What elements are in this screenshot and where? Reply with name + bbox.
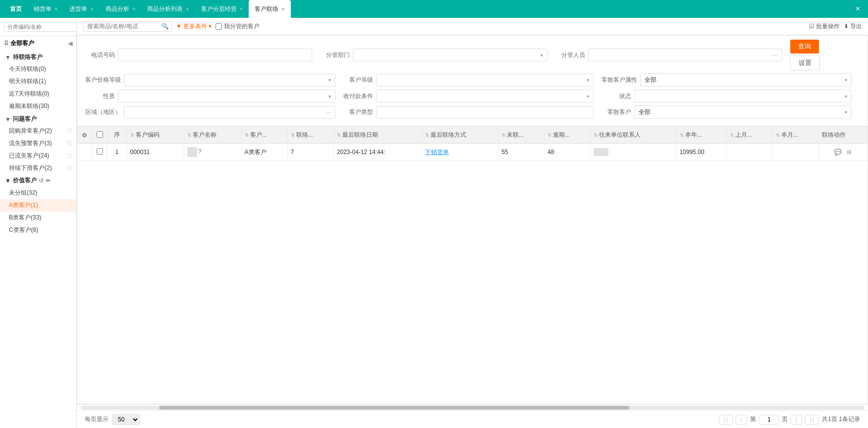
region-dots[interactable]: ··· (326, 109, 331, 116)
col-level[interactable]: ⇅客户... (241, 127, 287, 144)
page-label-2: 页 (782, 415, 788, 424)
next-page-button[interactable]: ⟩ (791, 415, 802, 425)
prev-page-button[interactable]: ⟨ (736, 415, 747, 425)
sidebar-item-b-class[interactable]: B类客户(33) (0, 212, 76, 224)
dept-select[interactable]: ▾ (353, 49, 547, 61)
sidebar-item-today[interactable]: 今天待联络(0) (0, 63, 76, 75)
sidebar-item-a-class[interactable]: A类客户(1) (0, 199, 76, 212)
col-name[interactable]: ⇅客户名称 (184, 127, 242, 144)
sidebar-search-input[interactable] (4, 22, 77, 32)
dept-label: 分管部门 (320, 51, 350, 59)
col-code[interactable]: ⇅客户编码 (127, 127, 184, 144)
refresh-icon[interactable]: ↺ (39, 177, 44, 184)
col-last-method[interactable]: ⇅最后联络方式 (422, 127, 498, 144)
nav-goods-analysis-label: 商品分析 (106, 5, 129, 13)
nav-customer-tier[interactable]: 客户分层经营 × (195, 0, 249, 18)
main-search-icon[interactable]: 🔍 (162, 23, 169, 30)
nav-close-all-button[interactable]: × (852, 4, 864, 13)
price-level-select[interactable]: ▾ (124, 74, 335, 87)
query-button[interactable]: 查询 (790, 40, 819, 54)
phone-input[interactable] (118, 49, 312, 61)
chat-action-icon[interactable]: 💬 (834, 149, 842, 156)
first-page-button[interactable]: ⟨⟨ (719, 415, 733, 425)
page-number-input[interactable] (759, 415, 779, 425)
nav-customer-tier-label: 客户分层经营 (201, 5, 237, 13)
nav-goods-analysis[interactable]: 商品分析 × (100, 0, 141, 18)
nature-select[interactable]: ▾ (118, 90, 335, 103)
select-all-checkbox[interactable] (97, 131, 103, 138)
main-search-input[interactable] (87, 23, 162, 30)
sidebar-group-value[interactable]: ▼ 价值客户 ↺ ✏ (0, 174, 76, 187)
row-this-year: 10995.00 (676, 144, 726, 161)
manager-input[interactable]: ··· (588, 49, 782, 61)
nav-customer-tier-close[interactable]: × (240, 6, 243, 12)
sidebar-item-ungrouped[interactable]: 未分组(32) (0, 187, 76, 199)
nav-customer-contact[interactable]: 客户联络 × (249, 0, 290, 18)
sidebar-item-7days[interactable]: 近7天待联络(0) (0, 88, 76, 100)
col-contact-person[interactable]: ⇅往来单位联系人 (591, 127, 676, 144)
nav-sales[interactable]: 销货单 × (28, 0, 63, 18)
sidebar-item-tomorrow[interactable]: 明天待联络(1) (0, 75, 76, 88)
nav-home[interactable]: 首页 (4, 0, 28, 18)
my-customers-checkbox-wrap[interactable]: 我分管的客户 (216, 22, 260, 31)
nav-purchase-close[interactable]: × (90, 6, 93, 12)
row-gear (77, 144, 92, 161)
nav-sales-close[interactable]: × (54, 6, 57, 12)
sidebar-item-overdue[interactable]: 逾期未联络(30) (0, 100, 76, 112)
total-records-label: 共1页 1条记录 (822, 415, 860, 424)
page-label: 第 (750, 415, 756, 424)
col-last-month[interactable]: ⇅上月... (726, 127, 772, 144)
sidebar-item-churn-warning[interactable]: 流失预警客户(3) ⓘ (0, 137, 76, 150)
export-button[interactable]: ⬇ 导出 (844, 22, 862, 31)
col-this-month[interactable]: ⇅本月... (772, 127, 818, 144)
row-checkbox[interactable] (92, 144, 107, 161)
nav-purchase[interactable]: 进货单 × (63, 0, 99, 18)
manager-dots[interactable]: ··· (773, 52, 778, 58)
filter-chevron: ▾ (209, 23, 212, 30)
setting-button[interactable]: 设置 (790, 55, 820, 70)
nav-goods-analysis-close[interactable]: × (132, 6, 135, 12)
sidebar-group-pending[interactable]: ▼ 待联络客户 (0, 51, 76, 63)
horizontal-scrollbar[interactable] (77, 404, 868, 410)
col-contact-count[interactable]: ⇅联络... (287, 127, 333, 144)
col-gear[interactable]: ⚙ (77, 127, 92, 144)
last-page-button[interactable]: ⟩⟩ (805, 415, 819, 425)
more-filters-label: 更多条件 (183, 22, 207, 31)
sidebar-item-declining[interactable]: 持续下滑客户(2) ⓘ (0, 162, 76, 174)
nav-goods-analysis-list[interactable]: 商品分析列表 × (141, 0, 195, 18)
row-actions: 💬 ⊞ (819, 144, 868, 161)
retail-select[interactable]: 全部▾ (634, 106, 852, 119)
nav-goods-analysis-list-close[interactable]: × (186, 6, 189, 12)
sidebar-group-problem[interactable]: ▼ 问题客户 (0, 112, 76, 125)
my-customers-checkbox[interactable] (216, 23, 222, 30)
row-select-checkbox[interactable] (97, 148, 103, 155)
sidebar-all-customers[interactable]: ⠿ 全部客户 ◀ (0, 36, 76, 51)
customer-level-select[interactable]: ▾ (376, 74, 594, 87)
col-overdue[interactable]: ⇅逾期... (544, 127, 591, 144)
more-filters-button[interactable]: ▼ 更多条件 ▾ (176, 22, 212, 31)
status-select[interactable]: ▾ (634, 90, 852, 103)
customer-type-input[interactable] (376, 106, 594, 119)
status-label: 状态 (601, 92, 631, 101)
row-last-method[interactable]: 下销货单 (422, 144, 498, 161)
sidebar-item-churned[interactable]: 已流失客户(24) ⓘ (0, 150, 76, 162)
col-last-date[interactable]: ⇅最后联络日期 (333, 127, 422, 144)
top-nav: 首页 销货单 × 进货单 × 商品分析 × 商品分析列表 × 客户分层经营 × … (0, 0, 868, 18)
payment-select[interactable]: ▾ (376, 90, 594, 103)
row-this-month (772, 144, 818, 161)
region-input[interactable]: ··· (124, 106, 335, 119)
col-this-year[interactable]: ⇅本年... (676, 127, 726, 144)
grid-action-icon[interactable]: ⊞ (847, 149, 852, 156)
scroll-thumb[interactable] (159, 406, 629, 410)
retail-attr-select[interactable]: 全部▾ (640, 73, 852, 87)
batch-op-button[interactable]: ☑ 批量操作 (809, 22, 840, 31)
nav-sales-label: 销货单 (34, 5, 52, 13)
sidebar-item-repurchase-abnormal[interactable]: 回购异常客户(2) ⓘ (0, 125, 76, 137)
edit-icon[interactable]: ✏ (46, 177, 51, 184)
col-checkbox[interactable] (92, 127, 107, 144)
col-no-contact[interactable]: ⇅未联... (498, 127, 544, 144)
nav-customer-contact-close[interactable]: × (281, 6, 284, 12)
filter-retail-attr: 零散客户属性 全部▾ (601, 73, 860, 87)
per-page-select[interactable]: 50 100 200 (112, 414, 140, 425)
sidebar-item-c-class[interactable]: C类客户(6) (0, 224, 76, 236)
